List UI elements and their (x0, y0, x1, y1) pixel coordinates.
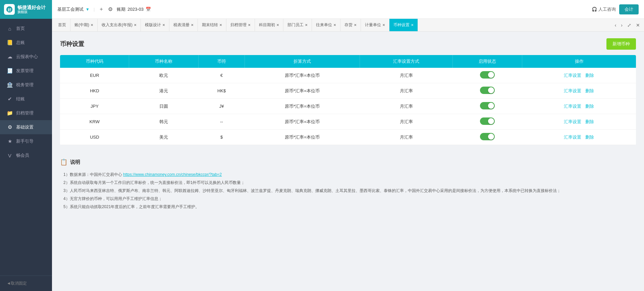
tab-4[interactable]: 税表清册✕ (169, 19, 198, 31)
action-cell: 汇率设置删除 (522, 83, 636, 99)
tab-close-3[interactable]: ✕ (162, 23, 165, 27)
nav-icon-ledger: 📒 (7, 40, 13, 46)
tab-close-2[interactable]: ✕ (134, 23, 137, 27)
tab-8[interactable]: 部门员工✕ (283, 19, 312, 31)
delete-link-3[interactable]: 删除 (585, 119, 594, 124)
tab-close-7[interactable]: ✕ (276, 23, 279, 27)
action-cell: 汇率设置删除 (522, 130, 636, 145)
nav-icon-reports: ☁ (7, 54, 13, 60)
table-body: EUR欧元€原币*汇率=本位币月汇率汇率设置删除HKD港元HK$原币*汇率=本位… (60, 68, 636, 145)
tab-9[interactable]: 往来单位✕ (312, 19, 340, 31)
tab-prev-button[interactable]: ‹ (613, 22, 619, 29)
tab-2[interactable]: 收入支出表(年报)✕ (98, 19, 141, 31)
sidebar-item-archive[interactable]: 📁归档管理 (0, 106, 52, 120)
delete-link-0[interactable]: 删除 (585, 73, 594, 78)
tab-10[interactable]: 存货✕ (340, 19, 361, 31)
notice-item-1: 2）系统自动获取每月第一个工作日的汇率标价，统一为直接标价法，即1外币可以兑换的… (63, 179, 636, 187)
tab-maximize-button[interactable]: ⤢ (625, 22, 633, 29)
sidebar-item-invoice[interactable]: 🧾发票管理 (0, 64, 52, 78)
sidebar-item-settings[interactable]: ⚙基础设置 (0, 120, 52, 134)
rate-setting-link-4[interactable]: 汇率设置 (564, 135, 581, 140)
sidebar-item-ledger[interactable]: 📒总账 (0, 36, 52, 50)
sidebar-item-tax[interactable]: 🏦税务管理 (0, 78, 52, 92)
currency-calc: 原币*汇率=本位币 (245, 130, 360, 145)
nav-icon-member: V (7, 153, 13, 158)
tab-5[interactable]: 期末结转✕ (198, 19, 226, 31)
table-header: 币种代码币种名称币符折算方式汇率设置方式启用状态操作 (60, 55, 636, 68)
tab-0[interactable]: 首页 (54, 19, 70, 31)
currency-calc: 原币*汇率=本位币 (245, 114, 360, 130)
rate-setting-link-0[interactable]: 汇率设置 (564, 73, 581, 78)
tab-1[interactable]: 账(中期)✕ (70, 19, 98, 31)
add-tab-button[interactable]: ＋ (99, 6, 104, 13)
enable-status-cell (453, 99, 522, 114)
nav-label-invoice: 发票管理 (16, 68, 34, 74)
sidebar-item-checkout[interactable]: ✔结账 (0, 92, 52, 106)
tab-close-10[interactable]: ✕ (354, 23, 357, 27)
app-name: 畅捷通好会计 (17, 5, 46, 10)
sidebar-item-reports[interactable]: ☁云报表中心 (0, 50, 52, 64)
enable-toggle-1[interactable] (480, 87, 495, 94)
tab-close-8[interactable]: ✕ (305, 23, 308, 27)
nav-icon-guide: ★ (7, 138, 13, 144)
nav-icon-tax: 🏦 (7, 82, 13, 88)
rate-type: 月汇率 (360, 130, 453, 145)
rate-setting-link-3[interactable]: 汇率设置 (564, 119, 581, 124)
delete-link-2[interactable]: 删除 (585, 104, 594, 109)
table-row: HKD港元HK$原币*汇率=本位币月汇率汇率设置删除 (60, 83, 636, 99)
enable-status-cell (453, 68, 522, 83)
enable-toggle-4[interactable] (480, 133, 495, 140)
enable-toggle-3[interactable] (480, 117, 495, 125)
sidebar-pin-toggle[interactable]: ◄取消固定 (0, 276, 52, 291)
tab-label-11: 计量单位 (365, 22, 381, 28)
notice-link[interactable]: https://www.chinamoney.com.cn/chinese/bk… (123, 172, 222, 177)
svg-text:好: 好 (7, 8, 12, 12)
enable-toggle-2[interactable] (480, 102, 495, 109)
tab-close-6[interactable]: ✕ (248, 23, 251, 27)
sidebar-item-member[interactable]: V畅会员 (0, 148, 52, 162)
nav-label-guide: 新手引导 (16, 138, 34, 144)
rate-setting-link-1[interactable]: 汇率设置 (564, 88, 581, 93)
tab-close-1[interactable]: ✕ (91, 23, 93, 27)
currency-symbol: -- (199, 114, 245, 130)
delete-link-1[interactable]: 删除 (585, 88, 594, 93)
tab-close-4[interactable]: ✕ (191, 23, 194, 27)
tab-7[interactable]: 科目期初✕ (255, 19, 283, 31)
sidebar-item-home[interactable]: ⌂首页 (0, 21, 52, 36)
tab-label-0: 首页 (58, 22, 66, 28)
tab-11[interactable]: 计量单位✕ (361, 19, 389, 31)
enable-status-cell (453, 130, 522, 145)
tab-close-5[interactable]: ✕ (219, 23, 222, 27)
col-header-3: 折算方式 (245, 55, 360, 68)
rate-setting-link-2[interactable]: 汇率设置 (564, 104, 581, 109)
delete-link-4[interactable]: 删除 (585, 135, 594, 140)
enable-toggle-0[interactable] (480, 71, 495, 79)
tab-12[interactable]: 币种设置✕ (389, 19, 418, 31)
tab-label-1: 账(中期) (74, 22, 89, 28)
tab-close-9[interactable]: ✕ (333, 23, 336, 27)
tab-label-4: 税表清册 (173, 22, 190, 28)
new-currency-button[interactable]: 新增币种 (606, 38, 636, 50)
tab-3[interactable]: 模版设计✕ (141, 19, 169, 31)
sidebar-item-guide[interactable]: ★新手引导 (0, 134, 52, 148)
period-display: 账期 2023-03 📅 (117, 6, 151, 12)
col-header-6: 操作 (522, 55, 636, 68)
logo-icon: 好 (4, 4, 15, 15)
nav-icon-home: ⌂ (7, 26, 13, 32)
service-label: 人工咨询 (598, 6, 616, 12)
tab-next-button[interactable]: › (619, 22, 625, 29)
accounting-button[interactable]: 会计 (619, 4, 639, 14)
currency-name: 欧元 (129, 68, 199, 83)
rate-type: 月汇率 (360, 114, 453, 130)
tab-6[interactable]: 归档管理✕ (226, 19, 255, 31)
tab-close-12[interactable]: ✕ (411, 23, 414, 27)
settings-icon[interactable]: ⚙ (108, 6, 113, 12)
customer-service-button[interactable]: 🎧 人工咨询 (592, 6, 616, 12)
sidebar-nav: ⌂首页📒总账☁云报表中心🧾发票管理🏦税务管理✔结账📁归档管理⚙基础设置★新手引导… (0, 19, 52, 276)
calendar-icon[interactable]: 📅 (146, 7, 151, 12)
company-selector[interactable]: 基层工会测试 ▼ (57, 6, 90, 12)
tab-close-11[interactable]: ✕ (382, 23, 385, 27)
tab-close-all-button[interactable]: ✕ (634, 22, 642, 29)
company-dropdown-icon: ▼ (86, 7, 90, 12)
table-row: USD美元$原币*汇率=本位币月汇率汇率设置删除 (60, 130, 636, 145)
